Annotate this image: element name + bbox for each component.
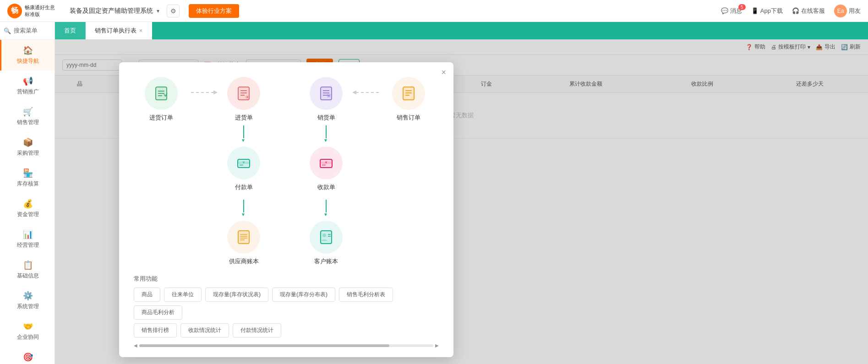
func-btn-sales-rank[interactable]: 销售排行榜 [134,323,177,337]
phone-icon: 📱 [751,7,759,14]
func-btn-receipt-stats[interactable]: 收款情况统计 [180,323,229,337]
guide-icon: 🎯 [23,352,33,362]
sidebar-item-enterprise[interactable]: 🤝 企业协同 [0,316,55,347]
operation-icon: 📊 [23,229,33,239]
user-avatar: Ea [834,5,847,17]
sidebar-item-basic[interactable]: 📋 基础信息 [0,255,55,285]
logo-area: 畅 畅康通好生意 标准版 [7,4,62,18]
customer-circle [310,221,343,254]
sidebar-item-marketing[interactable]: 📢 营销推广 [0,71,55,101]
flow-column-payment: ¥ 付款单 [216,125,271,266]
app-download-btn[interactable]: 📱 App下载 [751,7,783,15]
purchase-order-circle [145,77,178,110]
flow-row-2: ¥ 付款单 [134,125,439,266]
svg-rect-29 [238,231,249,244]
svg-rect-27 [240,164,243,166]
func-btn-trading-partner[interactable]: 往来单位 [164,288,202,302]
tab-bar: 首页 销售订单执行表 × [55,22,868,39]
sidebar-item-inventory[interactable]: 🏪 库存核算 [0,163,55,193]
flow-node-supplier-account: 供应商账本 [216,221,271,266]
sales-bill-circle [310,77,343,110]
modal-close-btn[interactable]: × [441,68,446,77]
scrollbar-right-arrow[interactable]: ▶ [435,343,439,348]
flow-node-payment: ¥ 付款单 [216,147,271,191]
tab-home[interactable]: 首页 [55,22,86,39]
svg-point-42 [322,234,326,237]
svg-rect-40 [321,231,332,244]
message-btn[interactable]: 💬 消息 5 [721,7,742,15]
supplier-circle [227,221,260,254]
message-badge: 5 [738,4,746,10]
enterprise-icon: 🤝 [23,321,33,331]
payment-circle: ¥ [227,147,260,179]
sidebar-item-purchase[interactable]: 📦 采购管理 [0,132,55,163]
arrow-2 [354,92,381,107]
flow-node-sales-bill: 销货单 [299,77,354,122]
tab-close-btn[interactable]: × [139,27,142,34]
online-service-btn[interactable]: 🎧 在线客服 [792,7,825,15]
sidebar-item-sales[interactable]: 🛒 销售管理 [0,101,55,132]
finance-icon: 💰 [23,199,33,209]
message-icon: 💬 [721,7,728,14]
arrow-down-customer [326,200,327,212]
logo-text: 畅康通好生意 标准版 [25,4,55,17]
svg-rect-39 [322,164,326,166]
system-title-text: 装备及固定资产辅助管理系统 [70,7,153,15]
user-menu-btn[interactable]: Ea 用友 [834,5,861,17]
func-btn-goods[interactable]: 商品 [134,288,160,302]
flow-node-receipt: ¥ 收款单 [299,147,354,191]
flow-column-receipt: ¥ 收款单 [299,125,354,266]
svg-text:¥: ¥ [242,160,245,164]
modal-scrollbar: ◀ ▶ [134,343,439,348]
func-btn-goods-profit[interactable]: 商品毛利分析 [134,305,182,320]
function-buttons-group-2: 销售排行榜 收款情况统计 付款情况统计 [134,323,439,337]
arrow-down-payment [243,125,244,138]
logo-icon: 畅 [7,4,22,18]
system-title-area: 装备及固定资产辅助管理系统 ▾ ⚙ 体验行业方案 [62,4,721,18]
func-btn-stock-status[interactable]: 现存量(库存状况表) [205,288,268,302]
tab-sales-order[interactable]: 销售订单执行表 × [86,22,152,39]
svg-text:¥: ¥ [325,160,328,164]
basic-icon: 📋 [23,260,33,270]
flow-node-purchase-order: 进货订单 [134,77,189,122]
arrow-down-receipt [326,125,327,138]
common-functions-area: 常用功能 商品 往来单位 现存量(库存状况表) 现存量(库存分布表) 销售毛利分… [134,275,439,337]
scrollbar-thumb [139,344,389,347]
scrollbar-track[interactable] [139,344,433,347]
flow-node-purchase-bill: 进货单 [216,77,271,122]
inventory-icon: 🏪 [23,168,33,178]
sidebar-item-guide[interactable]: 🎯 新手引导 [0,347,55,364]
flow-node-sales-order: 销售订单 [381,77,436,122]
system-icon: ⚙️ [23,291,33,301]
page-content: ❓ 帮助 🖨 按模板打印 ▾ 📤 导出 🔄 刷新 [55,39,868,364]
search-menu-btn[interactable]: 🔍 搜索菜单 [0,22,55,40]
sidebar-item-quick-nav[interactable]: 🏠 快捷导航 [0,40,55,71]
content-area: 首页 销售订单执行表 × ❓ 帮助 🖨 按模板打印 ▾ [55,22,868,364]
header-right: 💬 消息 5 📱 App下载 🎧 在线客服 Ea 用友 [721,5,861,17]
sales-icon: 🛒 [23,107,33,117]
modal-box: × [119,62,453,357]
flow-node-customer-account: 客户账本 [299,221,354,266]
func-btn-payment-stats[interactable]: 付款情况统计 [233,323,281,337]
settings-btn[interactable]: ⚙ [167,5,180,17]
modal-overlay: × [55,39,868,364]
sidebar-item-finance[interactable]: 💰 资金管理 [0,193,55,224]
function-buttons-group: 商品 往来单位 现存量(库存状况表) 现存量(库存分布表) 销售毛利分析表 商品… [134,288,439,320]
search-icon: 🔍 [4,27,11,34]
sales-order-circle [392,77,425,110]
scrollbar-left-arrow[interactable]: ◀ [134,343,137,348]
experience-btn[interactable]: 体验行业方案 [189,4,239,18]
func-btn-sales-analysis[interactable]: 销售毛利分析表 [339,288,393,302]
common-functions-title: 常用功能 [134,275,439,283]
receipt-circle: ¥ [310,147,343,179]
sidebar-item-operation[interactable]: 📊 经营管理 [0,224,55,255]
marketing-icon: 📢 [23,76,33,86]
quick-nav-icon: 🏠 [23,45,33,55]
purchase-bill-circle [227,77,260,110]
func-btn-stock-dist[interactable]: 现存量(库存分布表) [272,288,335,302]
top-header: 畅 畅康通好生意 标准版 装备及固定资产辅助管理系统 ▾ ⚙ 体验行业方案 💬 … [0,0,868,22]
arrow-1 [189,92,216,107]
sidebar-item-system[interactable]: ⚙️ 系统管理 [0,285,55,316]
system-dropdown-btn[interactable]: ▾ [157,8,159,14]
purchase-icon: 📦 [23,137,33,147]
